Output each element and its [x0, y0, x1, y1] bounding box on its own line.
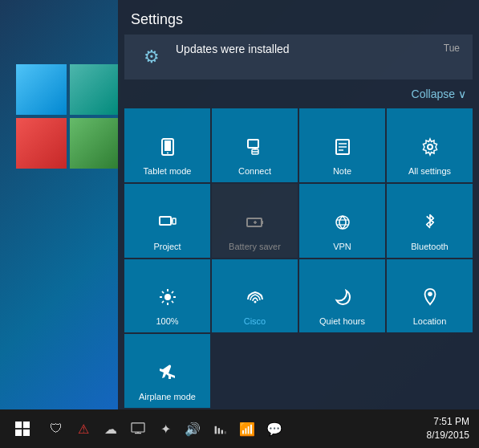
brightness-label: 100%	[156, 316, 178, 326]
start-button[interactable]	[6, 413, 39, 445]
clock-date: 8/19/2015	[427, 429, 469, 442]
taskbar-bluetooth-icon[interactable]: ✦	[154, 417, 177, 440]
collapse-label: Collapse	[412, 88, 455, 100]
notification-title: Updates were installed	[176, 43, 460, 55]
battery-saver-label: Battery saver	[229, 242, 281, 251]
location-icon	[421, 287, 439, 312]
svg-rect-33	[15, 422, 22, 428]
brightness-icon	[158, 287, 177, 312]
bluetooth-icon	[422, 213, 438, 237]
airplane-mode-icon	[158, 363, 177, 387]
svg-point-22	[164, 294, 171, 300]
svg-rect-34	[23, 422, 30, 428]
svg-rect-35	[15, 430, 22, 436]
tile-airplane-mode[interactable]: Airplane mode	[124, 334, 210, 408]
location-label: Location	[413, 316, 447, 326]
tile-brightness[interactable]: 100%	[124, 259, 210, 333]
bluetooth-label: Bluetooth	[411, 242, 448, 251]
windows-logo	[16, 64, 120, 169]
airplane-mode-label: Airplane mode	[139, 392, 196, 401]
alert-icon[interactable]: ⚠	[72, 417, 95, 440]
tile-battery-saver[interactable]: Battery saver	[212, 184, 298, 258]
svg-line-28	[171, 301, 173, 303]
svg-rect-42	[221, 430, 223, 434]
clock-time: 7:51 PM	[427, 415, 469, 429]
tile-note[interactable]: Note	[299, 108, 385, 182]
tile-connect[interactable]: Connect	[212, 108, 298, 182]
all-settings-label: All settings	[408, 166, 451, 176]
note-icon	[333, 137, 352, 161]
desktop-icon[interactable]	[127, 417, 149, 440]
message-icon[interactable]: 💬	[263, 417, 286, 440]
system-clock[interactable]: 7:51 PM 8/19/2015	[427, 415, 473, 442]
svg-point-32	[428, 292, 432, 297]
tablet-mode-label: Tablet mode	[144, 166, 192, 176]
all-settings-icon	[420, 137, 440, 161]
vpn-icon	[333, 213, 352, 237]
connect-label: Connect	[238, 166, 271, 176]
action-center-title: Settings	[131, 11, 183, 28]
project-label: Project	[153, 242, 181, 251]
svg-point-11	[428, 145, 432, 149]
volume-icon[interactable]: 🔊	[181, 417, 204, 440]
network-icon[interactable]	[209, 417, 231, 440]
note-label: Note	[333, 166, 351, 176]
svg-line-30	[171, 291, 173, 293]
svg-rect-12	[160, 217, 171, 225]
svg-rect-36	[23, 430, 30, 436]
action-center-header: Settings	[118, 0, 479, 35]
notification-date: Tue	[444, 43, 460, 54]
project-icon	[158, 213, 177, 237]
wifi-icon[interactable]: 📶	[236, 417, 258, 440]
svg-rect-16	[262, 221, 263, 224]
taskbar-icons: 🛡 ⚠ ☁ ✦ 🔊 📶 💬	[39, 417, 427, 440]
svg-point-31	[254, 301, 256, 303]
svg-point-2	[167, 152, 168, 153]
taskbar: 🛡 ⚠ ☁ ✦ 🔊 📶 💬 7:51 PM 8/19/2015	[0, 409, 479, 448]
tile-tablet-mode[interactable]: Tablet mode	[124, 108, 210, 182]
svg-rect-13	[173, 218, 176, 224]
tile-vpn[interactable]: VPN	[299, 184, 385, 258]
quiet-hours-label: Quiet hours	[319, 316, 365, 326]
tile-bluetooth[interactable]: Bluetooth	[387, 184, 473, 258]
tile-all-settings[interactable]: All settings	[387, 108, 473, 182]
tile-cisco[interactable]: Cisco	[212, 259, 298, 333]
collapse-section: Collapse ∨	[118, 84, 479, 107]
svg-rect-41	[218, 428, 220, 434]
quick-actions-grid: Tablet mode Connect	[118, 107, 479, 409]
svg-rect-37	[132, 423, 144, 432]
cisco-icon	[246, 287, 265, 312]
tile-location[interactable]: Location	[387, 259, 473, 333]
quiet-hours-icon	[333, 287, 352, 312]
connect-icon	[246, 137, 265, 161]
battery-saver-icon	[246, 213, 265, 237]
cisco-label: Cisco	[244, 316, 266, 326]
svg-rect-3	[248, 140, 258, 148]
shield-icon[interactable]: 🛡	[45, 417, 67, 440]
chevron-down-icon: ∨	[458, 88, 466, 100]
tile-project[interactable]: Project	[124, 184, 210, 258]
svg-rect-43	[225, 431, 226, 434]
vpn-label: VPN	[333, 242, 351, 251]
notification-item[interactable]: ⚙ Updates were installed Tue	[124, 35, 473, 79]
action-center-panel: Settings ⚙ Updates were installed Tue Co…	[118, 0, 479, 409]
notification-icon: ⚙	[137, 43, 166, 71]
tablet-mode-icon	[158, 137, 177, 161]
cloud-icon[interactable]: ☁	[99, 417, 122, 440]
svg-line-27	[161, 291, 163, 293]
tile-quiet-hours[interactable]: Quiet hours	[299, 259, 385, 333]
svg-point-19	[336, 216, 349, 229]
svg-rect-1	[164, 141, 171, 151]
svg-line-29	[161, 301, 163, 303]
collapse-button[interactable]: Collapse ∨	[412, 88, 466, 100]
svg-rect-40	[215, 426, 217, 434]
notification-text: Updates were installed	[176, 43, 460, 55]
